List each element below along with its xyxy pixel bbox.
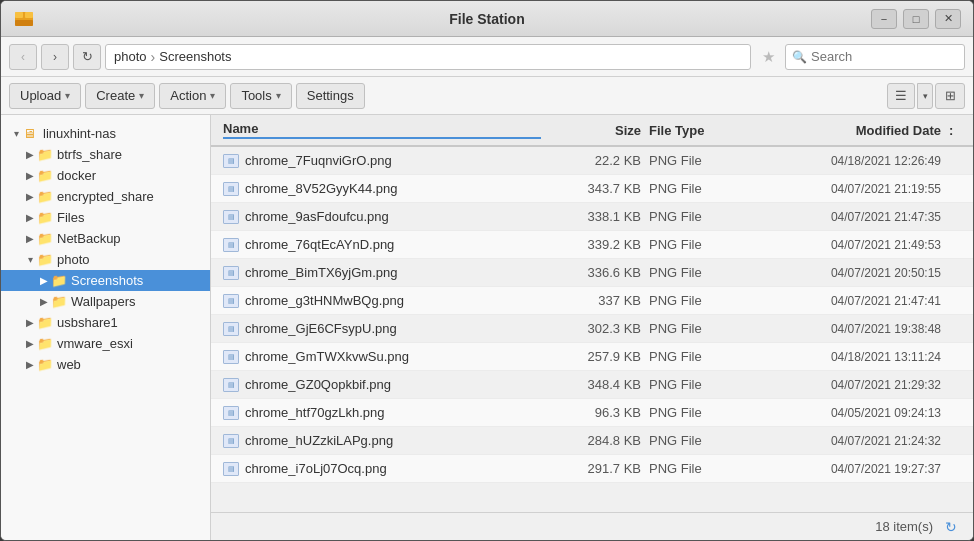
sidebar-item-btrfs_share[interactable]: ▶ 📁 btrfs_share xyxy=(1,144,210,165)
file-size: 336.6 KB xyxy=(545,265,645,280)
file-size: 302.3 KB xyxy=(545,321,645,336)
sidebar-item-photo[interactable]: ▾ 📁 photo xyxy=(1,249,210,270)
maximize-button[interactable]: □ xyxy=(903,9,929,29)
action-button[interactable]: Action ▾ xyxy=(159,83,226,109)
expand-arrow: ▾ xyxy=(9,128,23,139)
table-row[interactable]: ▤ chrome_9asFdoufcu.png 338.1 KB PNG Fil… xyxy=(211,203,973,231)
back-button[interactable]: ‹ xyxy=(9,44,37,70)
folder-icon: 📁 xyxy=(51,273,67,288)
file-name: chrome_GZ0Qopkbif.png xyxy=(245,377,391,392)
expand-arrow: ▶ xyxy=(23,191,37,202)
sidebar-item-screenshots[interactable]: ▶ 📁 Screenshots xyxy=(1,270,210,291)
tools-button[interactable]: Tools ▾ xyxy=(230,83,291,109)
file-type: PNG File xyxy=(645,153,765,168)
view-dropdown-button[interactable]: ▾ xyxy=(917,83,933,109)
table-row[interactable]: ▤ chrome_GjE6CFsypU.png 302.3 KB PNG Fil… xyxy=(211,315,973,343)
file-name: chrome_g3tHNMwBQg.png xyxy=(245,293,404,308)
file-date: 04/07/2021 21:49:53 xyxy=(765,238,945,252)
status-refresh-button[interactable]: ↻ xyxy=(941,517,961,537)
sidebar-item-root[interactable]: ▾ 🖥 linuxhint-nas xyxy=(1,123,210,144)
sidebar-label: encrypted_share xyxy=(57,189,154,204)
file-name-cell: ▤ chrome_g3tHNMwBQg.png xyxy=(219,293,545,308)
file-name-cell: ▤ chrome_76qtEcAYnD.png xyxy=(219,237,545,252)
close-button[interactable]: ✕ xyxy=(935,9,961,29)
file-name-cell: ▤ chrome_GmTWXkvwSu.png xyxy=(219,349,545,364)
create-button[interactable]: Create ▾ xyxy=(85,83,155,109)
sidebar-label: NetBackup xyxy=(57,231,121,246)
search-input[interactable] xyxy=(811,49,958,64)
sidebar-item-vmware_esxi[interactable]: ▶ 📁 vmware_esxi xyxy=(1,333,210,354)
file-name-cell: ▤ chrome_i7oLj07Ocq.png xyxy=(219,461,545,476)
sidebar-item-docker[interactable]: ▶ 📁 docker xyxy=(1,165,210,186)
table-row[interactable]: ▤ chrome_GmTWXkvwSu.png 257.9 KB PNG Fil… xyxy=(211,343,973,371)
expand-arrow: ▶ xyxy=(37,296,51,307)
file-name-cell: ▤ chrome_htf70gzLkh.png xyxy=(219,405,545,420)
file-name-cell: ▤ chrome_GjE6CFsypU.png xyxy=(219,321,545,336)
file-date: 04/07/2021 21:24:32 xyxy=(765,434,945,448)
settings-button[interactable]: Settings xyxy=(296,83,365,109)
file-date: 04/07/2021 20:50:15 xyxy=(765,266,945,280)
expand-arrow: ▶ xyxy=(23,212,37,223)
file-thumbnail: ▤ xyxy=(223,294,239,308)
table-row[interactable]: ▤ chrome_8V52GyyK44.png 343.7 KB PNG Fil… xyxy=(211,175,973,203)
table-row[interactable]: ▤ chrome_BimTX6yjGm.png 336.6 KB PNG Fil… xyxy=(211,259,973,287)
titlebar: File Station − □ ✕ xyxy=(1,1,973,37)
favorite-button[interactable]: ★ xyxy=(755,44,781,70)
table-row[interactable]: ▤ chrome_GZ0Qopkbif.png 348.4 KB PNG Fil… xyxy=(211,371,973,399)
file-name: chrome_htf70gzLkh.png xyxy=(245,405,384,420)
table-row[interactable]: ▤ chrome_7FuqnviGrO.png 22.2 KB PNG File… xyxy=(211,147,973,175)
forward-button[interactable]: › xyxy=(41,44,69,70)
file-type: PNG File xyxy=(645,377,765,392)
folder-icon: 📁 xyxy=(37,189,53,204)
folder-icon: 📁 xyxy=(37,315,53,330)
file-thumbnail: ▤ xyxy=(223,210,239,224)
window-controls: − □ ✕ xyxy=(871,9,961,29)
file-name-cell: ▤ chrome_8V52GyyK44.png xyxy=(219,181,545,196)
minimize-button[interactable]: − xyxy=(871,9,897,29)
list-view-button[interactable]: ☰ xyxy=(887,83,915,109)
file-size: 22.2 KB xyxy=(545,153,645,168)
file-type: PNG File xyxy=(645,209,765,224)
sidebar-item-encrypted_share[interactable]: ▶ 📁 encrypted_share xyxy=(1,186,210,207)
file-size: 284.8 KB xyxy=(545,433,645,448)
table-row[interactable]: ▤ chrome_htf70gzLkh.png 96.3 KB PNG File… xyxy=(211,399,973,427)
sidebar-item-netbackup[interactable]: ▶ 📁 NetBackup xyxy=(1,228,210,249)
file-name: chrome_BimTX6yjGm.png xyxy=(245,265,397,280)
sidebar-item-web[interactable]: ▶ 📁 web xyxy=(1,354,210,375)
table-row[interactable]: ▤ chrome_i7oLj07Ocq.png 291.7 KB PNG Fil… xyxy=(211,455,973,483)
file-thumbnail: ▤ xyxy=(223,378,239,392)
sidebar-label: btrfs_share xyxy=(57,147,122,162)
file-name-cell: ▤ chrome_GZ0Qopkbif.png xyxy=(219,377,545,392)
column-size[interactable]: Size xyxy=(545,123,645,138)
file-name: chrome_76qtEcAYnD.png xyxy=(245,237,394,252)
column-name[interactable]: Name xyxy=(219,121,545,139)
file-size: 343.7 KB xyxy=(545,181,645,196)
file-name: chrome_i7oLj07Ocq.png xyxy=(245,461,387,476)
expand-arrow: ▶ xyxy=(23,233,37,244)
columns-button[interactable]: ⊞ xyxy=(935,83,965,109)
table-row[interactable]: ▤ chrome_76qtEcAYnD.png 339.2 KB PNG Fil… xyxy=(211,231,973,259)
column-modified[interactable]: Modified Date xyxy=(765,123,945,138)
expand-arrow: ▶ xyxy=(23,170,37,181)
upload-button[interactable]: Upload ▾ xyxy=(9,83,81,109)
sidebar-item-usbshare1[interactable]: ▶ 📁 usbshare1 xyxy=(1,312,210,333)
refresh-button[interactable]: ↻ xyxy=(73,44,101,70)
table-row[interactable]: ▤ chrome_hUZzkiLAPg.png 284.8 KB PNG Fil… xyxy=(211,427,973,455)
sidebar-item-wallpapers[interactable]: ▶ 📁 Wallpapers xyxy=(1,291,210,312)
window-title: File Station xyxy=(449,11,524,27)
file-date: 04/18/2021 13:11:24 xyxy=(765,350,945,364)
item-count: 18 item(s) xyxy=(875,519,933,534)
address-bar[interactable]: photo › Screenshots xyxy=(105,44,751,70)
main-window: File Station − □ ✕ ‹ › ↻ photo › Screens… xyxy=(0,0,974,541)
file-date: 04/07/2021 19:27:37 xyxy=(765,462,945,476)
file-thumbnail: ▤ xyxy=(223,154,239,168)
file-thumbnail: ▤ xyxy=(223,266,239,280)
sidebar-item-files[interactable]: ▶ 📁 Files xyxy=(1,207,210,228)
file-type: PNG File xyxy=(645,265,765,280)
table-row[interactable]: ▤ chrome_g3tHNMwBQg.png 337 KB PNG File … xyxy=(211,287,973,315)
file-name: chrome_7FuqnviGrO.png xyxy=(245,153,392,168)
file-date: 04/07/2021 21:47:41 xyxy=(765,294,945,308)
navigation-toolbar: ‹ › ↻ photo › Screenshots ★ 🔍 xyxy=(1,37,973,77)
column-type[interactable]: File Type xyxy=(645,123,765,138)
expand-arrow: ▾ xyxy=(23,254,37,265)
